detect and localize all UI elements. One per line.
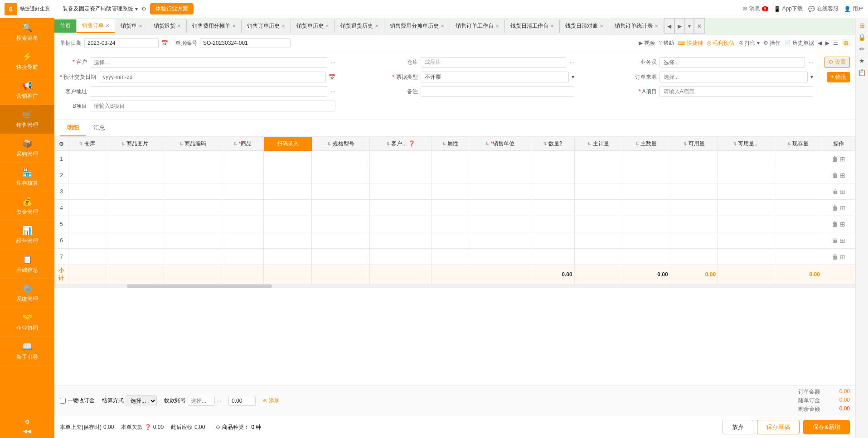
row-3-warehouse[interactable] xyxy=(68,183,106,200)
a-project-input[interactable] xyxy=(659,86,813,97)
row-3-stock[interactable] xyxy=(774,183,822,200)
row-5-qty2[interactable] xyxy=(531,216,575,232)
row-6-unit[interactable] xyxy=(469,232,531,249)
row-7-main-qty[interactable] xyxy=(622,249,670,265)
row-4-available2[interactable] xyxy=(718,200,774,216)
row-4-unit[interactable] xyxy=(469,200,531,216)
row-1-copy-icon[interactable]: ⊞ xyxy=(840,155,845,163)
page-nav-next[interactable]: ▶ xyxy=(825,40,829,46)
b-project-input[interactable] xyxy=(90,101,335,111)
row-2-product[interactable] xyxy=(222,167,263,183)
right-panel-clipboard-icon[interactable]: 📋 xyxy=(857,67,868,78)
row-3-attr[interactable] xyxy=(432,183,469,200)
row-1-product[interactable] xyxy=(222,151,263,167)
row-1-customer-code[interactable] xyxy=(370,151,432,167)
tab-sales-fee[interactable]: 销售费用分摊单 ✕ xyxy=(187,19,242,33)
payment-method-select[interactable]: 选择... xyxy=(126,395,157,406)
row-2-main-qty[interactable] xyxy=(622,167,670,183)
row-4-product[interactable] xyxy=(222,200,263,216)
row-7-product[interactable] xyxy=(222,249,263,265)
order-number-input[interactable] xyxy=(200,38,291,48)
row-2-stock[interactable] xyxy=(774,167,822,183)
row-4-available[interactable] xyxy=(670,200,718,216)
row-1-warehouse[interactable] xyxy=(68,151,106,167)
row-4-spec[interactable] xyxy=(312,200,370,216)
operation-action[interactable]: ⚙ 操作 xyxy=(763,39,781,47)
row-6-code[interactable] xyxy=(164,232,222,249)
tab-next-button[interactable]: ▶ xyxy=(674,18,685,34)
row-6-qty2[interactable] xyxy=(531,232,575,249)
row-7-available2[interactable] xyxy=(718,249,774,265)
right-panel-star-icon[interactable]: ★ xyxy=(857,55,868,66)
row-3-product[interactable] xyxy=(222,183,263,200)
row-4-main-unit[interactable] xyxy=(574,200,622,216)
tab-close-sales-fee-history[interactable]: ✕ xyxy=(441,24,444,29)
row-1-attr[interactable] xyxy=(432,151,469,167)
page-nav-prev[interactable]: ◀ xyxy=(818,40,822,46)
sidebar-item-operations[interactable]: 📊 经营管理 xyxy=(0,221,54,250)
row-2-available2[interactable] xyxy=(718,167,774,183)
solution-button[interactable]: 体验行业方案 xyxy=(150,3,194,14)
customer-more-icon[interactable]: ··· xyxy=(331,59,335,66)
tab-close-sales-return-history[interactable]: ✕ xyxy=(375,24,378,29)
row-6-delete-icon[interactable]: 🗑 xyxy=(832,237,838,244)
sort-icon-product[interactable]: ⇅ xyxy=(233,141,237,146)
curr-debt-help[interactable]: ❓ xyxy=(145,424,151,430)
tab-sales-order[interactable]: 销售订单 ✕ xyxy=(77,19,115,33)
sidebar-item-system[interactable]: ⚙️ 系统管理 xyxy=(0,279,54,308)
calendar-icon[interactable]: 📅 xyxy=(161,40,168,46)
app-download-button[interactable]: 📱 App下载 xyxy=(774,5,803,13)
address-input[interactable] xyxy=(90,86,327,97)
row-5-copy-icon[interactable]: ⊞ xyxy=(840,221,845,228)
sort-icon-attr[interactable]: ⇅ xyxy=(442,141,446,146)
row-6-product[interactable] xyxy=(222,232,263,249)
row-5-warehouse[interactable] xyxy=(68,216,106,232)
detail-tab-summary[interactable]: 汇总 xyxy=(86,120,112,136)
tab-more-button[interactable]: ▾ xyxy=(685,18,694,34)
sidebar-settings-button[interactable]: ⚙ xyxy=(25,419,30,425)
user-button[interactable]: 👤 用户 xyxy=(844,5,863,13)
row-2-main-unit[interactable] xyxy=(574,167,622,183)
tab-sales-stats[interactable]: 销售订单统计表 ✕ xyxy=(609,19,664,33)
row-5-main-unit[interactable] xyxy=(574,216,622,232)
row-2-attr[interactable] xyxy=(432,167,469,183)
tab-prev-button[interactable]: ◀ xyxy=(664,18,674,34)
sort-icon-code[interactable]: ⇅ xyxy=(179,141,183,146)
discard-button[interactable]: 放弃 xyxy=(723,420,753,434)
customer-input[interactable] xyxy=(90,57,327,68)
row-6-attr[interactable] xyxy=(432,232,469,249)
row-7-qty2[interactable] xyxy=(531,249,575,265)
row-3-main-unit[interactable] xyxy=(574,183,622,200)
staff-input[interactable] xyxy=(659,57,805,68)
row-5-product[interactable] xyxy=(222,216,263,232)
row-2-code[interactable] xyxy=(164,167,222,183)
tab-sales-fee-history[interactable]: 销售费用分摊单历史 ✕ xyxy=(384,19,450,33)
row-4-stock[interactable] xyxy=(774,200,822,216)
sort-icon-warehouse[interactable]: ⇅ xyxy=(79,141,82,146)
row-5-code[interactable] xyxy=(164,216,222,232)
warehouse-input[interactable] xyxy=(421,57,566,68)
tab-close-sales-stats[interactable]: ✕ xyxy=(655,24,658,29)
sort-icon-unit[interactable]: ⇅ xyxy=(485,141,489,146)
row-6-available[interactable] xyxy=(670,232,718,249)
row-3-qty2[interactable] xyxy=(531,183,575,200)
row-1-code[interactable] xyxy=(164,151,222,167)
row-1-available[interactable] xyxy=(670,151,718,167)
shortcut-action[interactable]: ⌨ 快捷键 xyxy=(678,39,703,47)
print-action[interactable]: 🖨 打印 ▾ xyxy=(738,39,760,47)
tab-cash-daily[interactable]: 钱货日清工作台 ✕ xyxy=(505,19,560,33)
sidebar-item-guide[interactable]: 📖 新手引导 xyxy=(0,337,54,366)
tab-sales-return[interactable]: 销货单 ✕ xyxy=(115,19,148,33)
tab-close-sales-return[interactable]: ✕ xyxy=(139,24,142,29)
row-7-available[interactable] xyxy=(670,249,718,265)
memo-input[interactable] xyxy=(421,86,574,97)
address-more-icon[interactable]: ··· xyxy=(331,88,335,95)
sidebar-item-inventory[interactable]: 🏪 库存核算 xyxy=(0,163,54,192)
tab-sales-return2[interactable]: 销货退货 ✕ xyxy=(148,19,187,33)
sort-icon-main-qty[interactable]: ⇅ xyxy=(635,141,639,146)
help-action[interactable]: ? 帮助 xyxy=(659,39,674,47)
row-2-available[interactable] xyxy=(670,167,718,183)
delivery-calendar-icon[interactable]: 📅 xyxy=(329,74,335,80)
row-2-spec[interactable] xyxy=(312,167,370,183)
row-6-stock[interactable] xyxy=(774,232,822,249)
